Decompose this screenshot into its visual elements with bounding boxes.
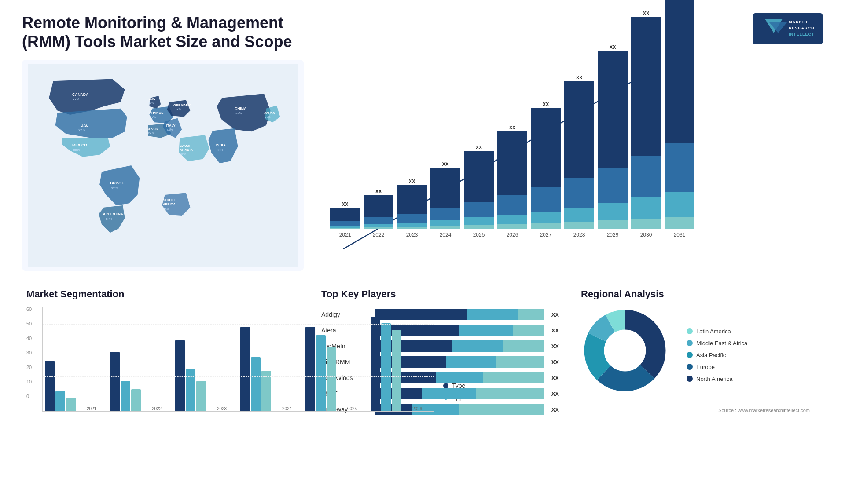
svg-text:CANADA: CANADA [72,92,88,97]
svg-text:RESEARCH: RESEARCH [789,26,815,30]
svg-text:AFRICA: AFRICA [163,202,176,206]
svg-text:GERMANY: GERMANY [173,103,191,107]
regional-section: Regional Analysis [577,284,823,420]
seg-bar-2023: 2023 [175,340,237,411]
header: Remote Monitoring & Management (RMM) Too… [22,13,823,51]
segmentation-title: Market Segmentation [26,289,299,300]
dot-latin-america [687,328,693,334]
seg-bars-inner: 2021 2022 2023 [42,307,434,412]
bar-2027: XX 2027 [531,102,561,238]
bar-2028: XX 2028 [564,75,594,238]
svg-text:xx%: xx% [167,128,173,131]
bar-2026: XX 2026 [497,125,527,238]
svg-text:xx%: xx% [106,217,113,221]
bar-2022: XX 2022 [364,189,393,238]
svg-text:MARKET: MARKET [789,20,808,24]
svg-text:xx%: xx% [235,111,242,115]
svg-text:xx%: xx% [73,148,80,152]
svg-text:SPAIN: SPAIN [148,127,158,131]
bar-chart-section: XX 2021 XX [317,60,823,271]
svg-text:xx%: xx% [217,148,224,152]
regional-legend: Latin America Middle East & Africa Asia … [687,328,747,382]
svg-text:BRAZIL: BRAZIL [110,181,124,186]
svg-text:U.S.: U.S. [81,123,88,128]
logo: MARKET RESEARCH INTELLECT [753,13,823,44]
svg-text:INTELLECT: INTELLECT [789,32,815,37]
svg-text:MEXICO: MEXICO [72,143,87,147]
players-title: Top Key Players [321,289,559,300]
legend-asia-pacific: Asia Pacific [687,352,747,358]
donut-chart [581,307,678,403]
map-section: CANADA xx% U.S. xx% MEXICO xx% BRAZIL xx… [22,60,304,271]
svg-point-45 [606,332,643,369]
page-container: Remote Monitoring & Management (RMM) Too… [0,0,845,504]
main-grid: CANADA xx% U.S. xx% MEXICO xx% BRAZIL xx… [22,60,823,280]
svg-text:INDIA: INDIA [216,143,226,147]
dot-europe [687,364,693,370]
bar-2025: XX 2025 [464,145,494,238]
seg-bar-2026: 2026 [371,317,432,411]
svg-text:xx%: xx% [148,101,154,104]
svg-text:ARABIA: ARABIA [180,148,193,152]
legend-middle-east: Middle East & Africa [687,340,747,347]
donut-svg [581,307,669,394]
seg-bars-wrapper: 60 50 40 30 20 10 0 [26,307,434,412]
bar-2024: XX 2024 [430,161,460,238]
bottom-grid: Market Segmentation 60 50 40 30 20 10 0 [22,284,823,420]
bars-container: XX 2021 XX [330,64,814,253]
bar-2029: XX 2029 [598,44,628,238]
svg-text:xx%: xx% [148,131,154,135]
svg-text:ITALY: ITALY [166,124,176,128]
svg-text:SAUDI: SAUDI [180,144,190,148]
dot-north-america [687,376,693,382]
page-title: Remote Monitoring & Management (RMM) Too… [22,13,330,51]
source-text: Source : www.marketresearchintellect.com [581,408,819,413]
svg-text:xx%: xx% [78,128,85,132]
seg-bar-2024: 2024 [240,327,302,411]
svg-text:CHINA: CHINA [235,106,246,111]
regional-title: Regional Analysis [581,289,819,300]
svg-text:ARGENTINA: ARGENTINA [103,212,123,216]
bar-2030: XX 2030 [631,11,661,238]
svg-text:SOUTH: SOUTH [163,198,175,202]
segmentation-chart: 60 50 40 30 20 10 0 [26,307,299,412]
legend-europe: Europe [687,364,747,370]
dot-asia-pacific [687,352,693,358]
svg-text:FRANCE: FRANCE [149,111,163,115]
legend-north-america: North America [687,376,747,382]
svg-text:xx%: xx% [73,98,80,102]
dot-middle-east [687,340,693,346]
svg-text:U.K.: U.K. [148,97,155,101]
svg-text:xx%: xx% [180,153,186,156]
seg-bar-2021: 2021 [45,361,107,411]
svg-text:xx%: xx% [265,116,271,119]
svg-text:JAPAN: JAPAN [264,111,276,115]
bar-2023: XX 2023 [397,179,427,238]
seg-bar-2022: 2022 [110,352,172,411]
bar-2031: XX 2031 [665,0,694,238]
world-map: CANADA xx% U.S. xx% MEXICO xx% BRAZIL xx… [26,64,299,267]
seg-y-labels: 60 50 40 30 20 10 0 [26,307,32,399]
bar-chart-wrapper: XX 2021 XX [326,64,814,267]
svg-text:xx%: xx% [111,186,118,190]
svg-text:xx%: xx% [150,116,156,119]
svg-text:xx%: xx% [176,108,181,111]
svg-text:xx%: xx% [164,207,169,210]
segmentation-section: Market Segmentation 60 50 40 30 20 10 0 [22,284,304,420]
bar-2021: XX 2021 [330,201,360,238]
seg-bar-2025: 2025 [305,327,367,411]
regional-content: Latin America Middle East & Africa Asia … [581,307,819,403]
legend-latin-america: Latin America [687,328,747,335]
